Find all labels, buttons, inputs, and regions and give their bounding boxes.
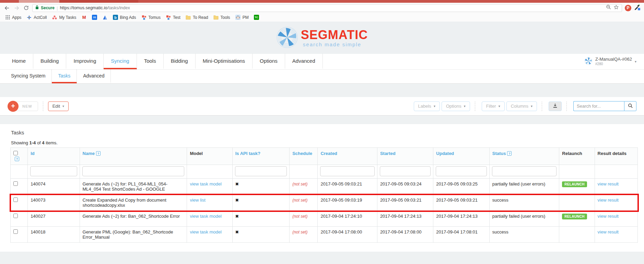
cell-started: 2017-09-04 17:24:13 <box>377 211 433 227</box>
actcoll-icon <box>26 15 32 20</box>
bookmark-label: PM <box>243 15 249 20</box>
bookmark-my-tasks[interactable]: My Tasks <box>50 14 78 21</box>
user-menu[interactable]: Z-ManualQA-#062 #280 ▾ <box>584 54 636 69</box>
sort-created[interactable]: Created <box>320 151 337 156</box>
cell-created: 2017-09-04 17:24:10 <box>318 211 377 227</box>
row-checkbox[interactable] <box>13 197 18 202</box>
bookmark-gmail[interactable]: M <box>80 14 88 21</box>
subnav-item-syncing-system[interactable]: Syncing System <box>5 70 52 83</box>
options-dropdown[interactable]: Options▾ <box>442 101 470 111</box>
bookmark-apps[interactable]: Apps <box>3 14 23 21</box>
filter-started-input[interactable] <box>380 166 431 176</box>
columns-dropdown[interactable]: Columns▾ <box>506 101 537 111</box>
nav-item-bidding[interactable]: Bidding <box>164 54 196 69</box>
bookmark-calendar[interactable]: 31 <box>91 14 98 21</box>
sort-status[interactable]: Status <box>492 151 506 156</box>
cell-id: 140074 <box>28 179 80 195</box>
nav-item-home[interactable]: Home <box>5 54 33 69</box>
address-bar[interactable]: Secure | https://tomus.segmatic.io/tasks… <box>32 4 622 12</box>
view-result-link[interactable]: view result <box>598 229 619 235</box>
refresh-icon[interactable] <box>23 4 30 11</box>
view-result-link[interactable]: view result <box>598 181 619 187</box>
segmatic-logo[interactable]: SEGMATIC search made simple <box>276 26 368 50</box>
back-icon[interactable] <box>3 4 10 11</box>
bookmark-tomus[interactable]: Tomus <box>140 14 162 21</box>
select-all-checkbox[interactable] <box>13 151 18 155</box>
download-button[interactable] <box>549 101 562 111</box>
bookmark-star-icon[interactable] <box>613 4 619 11</box>
filter-created-input[interactable] <box>320 166 374 176</box>
nav-item-tools[interactable]: Tools <box>137 54 164 69</box>
colorzilla-extension-icon[interactable] <box>634 4 641 12</box>
table-row: 140018 Generate PML (Google): Ban_062_Sh… <box>11 227 638 243</box>
bookmarks-bar: Apps ActColl My Tasks M 31 b Bing Ads To… <box>0 13 644 22</box>
row-checkbox[interactable] <box>13 214 18 218</box>
view-task-model-link[interactable]: view task model <box>190 214 221 219</box>
zoom-out-icon[interactable] <box>606 4 611 11</box>
sort-updated[interactable]: Updated <box>436 151 454 156</box>
filter-id-input[interactable] <box>30 166 77 176</box>
bookmark-test[interactable]: Test <box>164 14 182 21</box>
sort-is-api-task[interactable]: Is API task? <box>235 151 260 156</box>
filter-dropdown[interactable]: Filter▾ <box>482 101 505 111</box>
help-icon[interactable]: ? <box>507 151 512 156</box>
new-plus-button[interactable]: + <box>8 101 19 112</box>
view-result-link[interactable]: view result <box>598 197 619 203</box>
sort-id[interactable]: Id <box>31 151 35 156</box>
nav-item-syncing[interactable]: Syncing <box>104 54 137 69</box>
edit-button[interactable]: Edit ▾ <box>48 101 69 111</box>
nav-item-advanced[interactable]: Advanced <box>285 54 323 69</box>
col-header-updated: Updated <box>433 148 489 165</box>
row-checkbox[interactable] <box>13 229 18 234</box>
subnav-item-advanced[interactable]: Advanced <box>77 70 111 83</box>
pocket-extension-icon[interactable]: P <box>625 5 631 11</box>
row-checkbox[interactable] <box>13 181 18 186</box>
relaunch-button[interactable]: RELAUNCH <box>562 181 587 187</box>
user-pinwheel-icon <box>584 57 593 67</box>
techcrunch-icon: TC <box>254 15 259 20</box>
labels-dropdown[interactable]: Labels▾ <box>414 101 440 111</box>
bookmark-label: Apps <box>12 15 21 20</box>
chevron-down-icon: ▾ <box>635 60 636 63</box>
bookmark-tc[interactable]: TC <box>253 14 260 21</box>
col-header-is-api-task: Is API task? <box>232 148 289 165</box>
relaunch-button[interactable]: RELAUNCH <box>562 214 587 219</box>
nav-item-improving[interactable]: Improving <box>66 54 104 69</box>
help-icon[interactable]: ? <box>15 157 19 161</box>
nav-item-options[interactable]: Options <box>253 54 285 69</box>
search-group <box>573 101 636 111</box>
table-row: 140027 Generate Ads (~2) for: Ban_062_Sh… <box>11 211 638 227</box>
bookmark-tools[interactable]: Tools <box>212 14 232 21</box>
forward-icon[interactable] <box>13 4 20 11</box>
bookmark-bing-ads[interactable]: b Bing Ads <box>112 14 137 21</box>
search-input[interactable] <box>573 101 624 111</box>
sort-started[interactable]: Started <box>380 151 396 156</box>
view-task-model-link[interactable]: view task model <box>190 229 221 235</box>
view-task-model-link[interactable]: view task model <box>190 181 221 187</box>
bookmark-actcoll[interactable]: ActColl <box>25 14 48 21</box>
view-list-link[interactable]: view list <box>190 197 206 203</box>
sort-name[interactable]: Name <box>83 151 95 156</box>
search-icon <box>628 103 633 109</box>
filter-updated-input[interactable] <box>436 166 487 176</box>
filter-name-input[interactable] <box>82 166 185 176</box>
sort-schedule[interactable]: Schedule <box>292 151 312 156</box>
bookmark-to-read[interactable]: To Read <box>184 14 210 21</box>
select-all-header: ? <box>11 148 28 165</box>
browser-tab[interactable] <box>19 0 59 3</box>
bookmark-analytics[interactable] <box>101 14 109 21</box>
view-result-link[interactable]: view result <box>598 214 619 219</box>
bing-ads-icon: b <box>113 15 118 20</box>
filter-is-api-task-input[interactable] <box>235 166 287 176</box>
nav-item-mini-optimisations[interactable]: Mini-Optimisations <box>196 54 253 69</box>
help-icon[interactable]: ? <box>96 151 101 156</box>
bookmark-pm[interactable]: PM <box>234 14 250 21</box>
subnav-item-tasks[interactable]: Tasks <box>52 70 77 83</box>
nav-item-building[interactable]: Building <box>33 54 66 69</box>
divider <box>542 101 542 111</box>
filter-row <box>11 165 638 179</box>
search-button[interactable] <box>624 101 636 111</box>
filter-status-input[interactable] <box>492 166 557 176</box>
analytics-icon <box>102 15 108 20</box>
browser-tab-active[interactable] <box>59 0 138 3</box>
